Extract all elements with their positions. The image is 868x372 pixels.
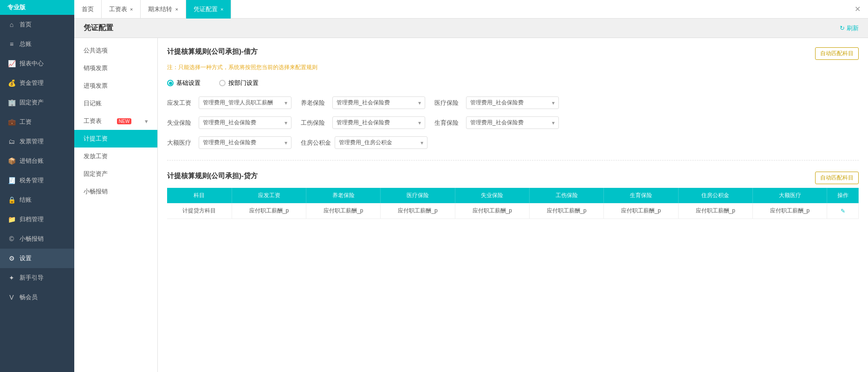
- refresh-button[interactable]: ↻ 刷新: [840, 24, 859, 32]
- tab-period-close[interactable]: 期末结转 ×: [141, 0, 186, 19]
- home-icon: ⌂: [7, 21, 16, 28]
- sidebar-item-settings[interactable]: ⚙ 设置: [0, 249, 74, 268]
- debit-dae-select[interactable]: 管理费用_社会保险费 ▾: [199, 136, 291, 149]
- chevron-down-icon: ▾: [552, 120, 555, 126]
- chevron-down-icon: ▾: [285, 120, 287, 126]
- chevron-down-icon: ▾: [285, 100, 287, 106]
- tab-voucher-config-close[interactable]: ×: [220, 6, 223, 12]
- sidebar-item-xiaochang-report[interactable]: © 小畅报销: [0, 229, 74, 249]
- debit-field-shiye: 失业保险 管理费用_社会保险费 ▾: [167, 116, 291, 129]
- sidebar-item-fund[interactable]: 💰 资金管理: [0, 73, 74, 93]
- sidebar: 专业版 ⌂ 首页 ≡ 总账 📈 报表中心 💰 资金管理 🏢 固定资产 💼 工资 …: [0, 0, 74, 372]
- left-nav-purchase-invoice[interactable]: 进项发票: [74, 77, 157, 95]
- col-gongjijin: 住房公积金: [678, 188, 752, 203]
- left-nav-journal[interactable]: 日记账: [74, 95, 157, 112]
- col-yingfa: 应发工资: [232, 188, 306, 203]
- debit-shiye-label: 失业保险: [167, 119, 195, 127]
- archive-icon: 📁: [7, 216, 16, 223]
- sidebar-item-tax[interactable]: 🧾 税务管理: [0, 171, 74, 190]
- col-subject: 科目: [167, 188, 232, 203]
- sidebar-item-label: 结账: [19, 196, 32, 204]
- debit-shengyu-label: 生育保险: [434, 119, 462, 127]
- debit-yanglao-select[interactable]: 管理费用_社会保险费 ▾: [332, 96, 425, 109]
- edit-icon[interactable]: ✎: [841, 208, 845, 214]
- debit-yingfa-select[interactable]: 管理费用_管理人员职工薪酬 ▾: [199, 96, 291, 109]
- main-area: 首页 工资表 × 期末结转 × 凭证配置 × ✕ 凭证配置 ↻ 刷新 公共选项 …: [74, 0, 868, 372]
- debit-yingfa-label: 应发工资: [167, 99, 195, 107]
- sidebar-item-label: 设置: [19, 254, 32, 263]
- sidebar-item-assets[interactable]: 🏢 固定资产: [0, 93, 74, 112]
- left-nav-sales-invoice[interactable]: 销项发票: [74, 59, 157, 77]
- sidebar-item-label: 小畅报销: [19, 235, 44, 243]
- close-period-icon: 🔒: [7, 196, 16, 204]
- settings-icon: ⚙: [7, 255, 16, 262]
- sidebar-item-archive[interactable]: 📁 归档管理: [0, 210, 74, 229]
- cell-yanglao: 应付职工薪酬_p: [306, 203, 381, 219]
- sidebar-item-report[interactable]: 📈 报表中心: [0, 54, 74, 73]
- left-nav-xiaochang-expense[interactable]: 小畅报销: [74, 183, 157, 200]
- app-logo: 专业版: [0, 0, 74, 15]
- tab-voucher-config[interactable]: 凭证配置 ×: [186, 0, 231, 19]
- left-nav-issue-salary[interactable]: 发放工资: [74, 148, 157, 165]
- debit-field-shengyu: 生育保险 管理费用_社会保险费 ▾: [434, 116, 559, 129]
- sidebar-item-label: 资金管理: [19, 79, 44, 87]
- left-nav-payroll-table[interactable]: 工资表 NEW ▾: [74, 112, 157, 130]
- left-nav-fixed-assets[interactable]: 固定资产: [74, 165, 157, 183]
- debit-shiye-select[interactable]: 管理费用_社会保险费 ▾: [199, 116, 291, 129]
- sidebar-item-label: 畅会员: [19, 293, 38, 301]
- salary-icon: 💼: [7, 118, 16, 126]
- debit-field-dae: 大额医疗 管理费用_社会保险费 ▾: [167, 136, 291, 149]
- vip-icon: V: [7, 294, 16, 301]
- radio-basic-circle: [167, 80, 174, 86]
- credit-table: 科目 应发工资 养老保险 医疗保险 失业保险 工伤保险 生育保险 住房公积金 大…: [167, 188, 859, 219]
- radio-basic-label: 基础设置: [176, 79, 201, 87]
- sidebar-item-invoice[interactable]: 🗂 发票管理: [0, 132, 74, 151]
- sidebar-item-newguide[interactable]: ✦ 新手引导: [0, 268, 74, 288]
- left-nav-calc-salary[interactable]: 计提工资: [74, 130, 157, 148]
- sidebar-item-label: 固定资产: [19, 98, 44, 107]
- debit-form-row-1: 应发工资 管理费用_管理人员职工薪酬 ▾ 养老保险 管理费用_社会保险费 ▾: [167, 96, 859, 109]
- sidebar-item-label: 发票管理: [19, 137, 44, 146]
- debit-radio-group: 基础设置 按部门设置: [167, 79, 859, 87]
- sidebar-item-ledger[interactable]: ≡ 总账: [0, 34, 74, 54]
- debit-gongjijin-select[interactable]: 管理费用_住房公积金 ▾: [335, 136, 428, 149]
- radio-dept[interactable]: 按部门设置: [219, 79, 259, 87]
- sidebar-item-label: 新手引导: [19, 274, 44, 282]
- sidebar-item-salary[interactable]: 💼 工资: [0, 112, 74, 132]
- cell-shiye: 应付职工薪酬_p: [455, 203, 529, 219]
- tab-payroll-close[interactable]: ×: [130, 6, 133, 12]
- sidebar-item-home[interactable]: ⌂ 首页: [0, 15, 74, 34]
- credit-auto-match-button[interactable]: 自动匹配科目: [815, 172, 859, 184]
- tab-period-close-label: 期末结转: [148, 5, 172, 13]
- section-divider: [167, 160, 859, 160]
- debit-auto-match-button[interactable]: 自动匹配科目: [815, 47, 859, 60]
- credit-section-title: 计提核算规则(公司承担)-贷方: [167, 172, 258, 180]
- tab-payroll[interactable]: 工资表 ×: [102, 0, 141, 19]
- credit-section-header: 计提核算规则(公司承担)-贷方 自动匹配科目: [167, 172, 859, 184]
- col-yanglao: 养老保险: [306, 188, 381, 203]
- debit-yiliao-select[interactable]: 管理费用_社会保险费 ▾: [466, 96, 559, 109]
- debit-section-title: 计提核算规则(公司承担)-借方: [167, 47, 258, 56]
- radio-dept-circle: [219, 80, 226, 86]
- cell-op[interactable]: ✎: [827, 203, 859, 219]
- tab-home[interactable]: 首页: [74, 0, 102, 19]
- tab-period-close-close[interactable]: ×: [175, 6, 178, 12]
- sidebar-item-inventory[interactable]: 📦 进销台账: [0, 151, 74, 171]
- col-gongshang: 工伤保险: [530, 188, 604, 203]
- radio-basic[interactable]: 基础设置: [167, 79, 201, 87]
- debit-gongshang-label: 工伤保险: [301, 119, 329, 127]
- tax-icon: 🧾: [7, 177, 16, 184]
- left-nav-public-options[interactable]: 公共选项: [74, 42, 157, 59]
- debit-yiliao-label: 医疗保险: [434, 99, 462, 107]
- topbar: 首页 工资表 × 期末结转 × 凭证配置 × ✕: [74, 0, 868, 19]
- radio-dept-label: 按部门设置: [228, 79, 259, 87]
- sidebar-item-label: 总账: [19, 40, 32, 48]
- sidebar-item-close[interactable]: 🔒 结账: [0, 190, 74, 210]
- cell-gongshang: 应付职工薪酬_p: [530, 203, 604, 219]
- debit-gongshang-select[interactable]: 管理费用_社会保险费 ▾: [332, 116, 425, 129]
- close-all-tabs[interactable]: ✕: [847, 0, 868, 19]
- sidebar-item-vip[interactable]: V 畅会员: [0, 288, 74, 307]
- debit-shengyu-select[interactable]: 管理费用_社会保险费 ▾: [466, 116, 559, 129]
- table-row: 计提贷方科目 应付职工薪酬_p 应付职工薪酬_p 应付职工薪酬_p 应付职工薪酬…: [167, 203, 859, 219]
- debit-form-row-2: 失业保险 管理费用_社会保险费 ▾ 工伤保险 管理费用_社会保险费 ▾: [167, 116, 859, 129]
